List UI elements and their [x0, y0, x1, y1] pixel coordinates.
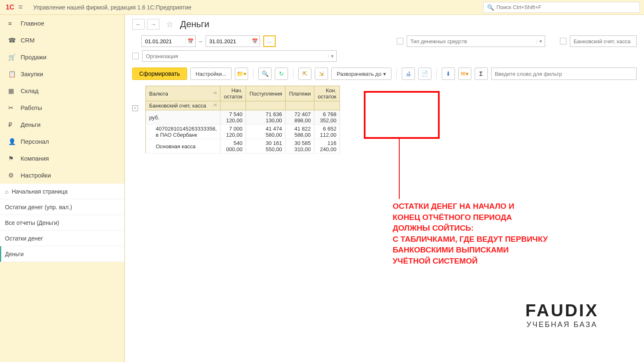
hamburger-icon[interactable]: ≡ [18, 3, 26, 12]
sort-icon: ↑≡ [212, 91, 217, 95]
watermark-brand: FAUDIX [525, 301, 599, 320]
sidebar-item-warehouse[interactable]: ▦Склад [0, 82, 124, 99]
sub-home[interactable]: ⌂Начальная страница [0, 184, 124, 199]
sub-money-balance-mgmt[interactable]: Остатки денег (упр. вал.) [0, 199, 124, 215]
expand-button[interactable]: ⇲ [315, 68, 328, 80]
personnel-icon: 👤 [8, 138, 21, 145]
type-dropdown[interactable]: ▼ [407, 35, 545, 47]
search-input[interactable] [496, 4, 636, 10]
company-icon: ⚑ [8, 155, 21, 162]
report-settings-button[interactable]: Настройки... [190, 68, 232, 80]
report-toolbar: Сформировать Настройки... 📁▾ 🔍 ↻ ⇱ ⇲ Раз… [125, 63, 644, 84]
global-search[interactable]: 🔍 [483, 2, 640, 13]
calendar-icon[interactable]: 📅 [185, 38, 195, 44]
sidebar-item-main[interactable]: ≡Главное [0, 15, 124, 32]
calendar-icon[interactable]: 📅 [250, 38, 260, 44]
filter-row-dates: 📅 – 📅 ... ▼ [125, 34, 644, 49]
date-to-input[interactable]: 📅 [206, 35, 260, 47]
sidebar-item-works[interactable]: ✂Работы [0, 99, 124, 116]
report-table: Валюта ↑≡ Нач. остаток Поступления Плате… [145, 86, 340, 154]
cell-end: 6 652 112,00 [314, 125, 340, 139]
account-dropdown[interactable] [570, 35, 637, 47]
cell-income: 71 636 130,00 [246, 110, 286, 125]
collapse-row-button[interactable]: − [132, 105, 138, 111]
sidebar-item-crm[interactable]: ☎CRM [0, 32, 124, 49]
col-end[interactable]: Кон. остаток [314, 86, 340, 101]
sidebar-item-sales[interactable]: 🛒Продажи [0, 49, 124, 65]
sales-icon: 🛒 [8, 54, 21, 61]
annotation-highlight-box [364, 91, 440, 139]
nav-back-button[interactable]: ← [132, 19, 145, 30]
chevron-down-icon[interactable]: ▼ [536, 39, 545, 44]
warehouse-icon: ▦ [8, 87, 21, 95]
app-title: Управление нашей фирмой, редакция 1.6 1С… [33, 4, 483, 11]
variant-button[interactable]: 📁▾ [235, 68, 248, 80]
settings-icon: ⚙ [8, 172, 21, 179]
preview-button[interactable]: 📄 [418, 68, 431, 80]
sub-money-balance[interactable]: Остатки денег [0, 231, 124, 246]
nav-forward-button[interactable]: → [147, 19, 159, 30]
type-field[interactable] [407, 36, 536, 47]
filter-row-org: ▼ [125, 49, 644, 63]
form-report-button[interactable]: Сформировать [132, 68, 187, 80]
table-row[interactable]: руб. 7 540 120,00 71 636 130,00 72 407 8… [146, 110, 340, 125]
money-icon: ₽ [8, 121, 21, 128]
cell-payments: 30 585 310,00 [286, 139, 314, 154]
org-field[interactable] [143, 51, 328, 61]
chevron-down-icon[interactable]: ▼ [328, 54, 336, 58]
sidebar-item-purchases[interactable]: 📋Закупки [0, 65, 124, 82]
account-checkbox[interactable] [560, 38, 567, 44]
sort-icon: ↓≡ [212, 103, 217, 107]
sidebar: ≡Главное ☎CRM 🛒Продажи 📋Закупки ▦Склад ✂… [0, 15, 125, 362]
annotation-line [399, 139, 400, 199]
org-dropdown[interactable]: ▼ [142, 50, 337, 62]
date-dash: – [199, 38, 202, 44]
crm-icon: ☎ [8, 37, 21, 44]
sum-button[interactable]: Σ [475, 68, 488, 80]
type-checkbox[interactable] [397, 38, 403, 44]
app-logo: 1C [0, 4, 18, 11]
account-field[interactable] [570, 36, 636, 47]
save-button[interactable]: ⬇ [442, 68, 455, 80]
col-account[interactable]: Банковский счет, касса ↓≡ [146, 101, 220, 110]
print-button[interactable]: 🖨 [402, 68, 415, 80]
table-filter-input[interactable] [491, 68, 637, 80]
search-icon: 🔍 [487, 4, 494, 11]
favorite-star-icon[interactable]: ☆ [166, 19, 173, 29]
annotation-text: ОСТАТКИ ДЕНЕГ НА НАЧАЛО И КОНЕЦ ОТЧЁТНОГ… [393, 201, 548, 267]
find-button[interactable]: 🔍 [258, 68, 272, 80]
date-from-input[interactable]: 📅 [141, 35, 196, 47]
sidebar-item-settings[interactable]: ⚙Настройки [0, 167, 124, 184]
org-checkbox[interactable] [132, 53, 139, 59]
cell-start: 7 540 120,00 [220, 110, 246, 125]
date-more-button[interactable]: ... [263, 35, 276, 47]
home-icon: ⌂ [5, 188, 8, 195]
cell-start: 540 000,00 [220, 139, 246, 154]
col-start[interactable]: Нач. остаток [220, 86, 246, 101]
email-button[interactable]: ✉▾ [458, 68, 471, 80]
sub-money[interactable]: Деньги [0, 246, 124, 262]
page-header: ← → ☆ Деньги [125, 15, 644, 34]
cell-income: 41 474 580,00 [246, 125, 286, 139]
separator [396, 69, 397, 79]
sidebar-item-personnel[interactable]: 👤Персонал [0, 133, 124, 150]
expand-to-button[interactable]: Разворачивать до ▾ [331, 68, 391, 80]
col-income[interactable]: Поступления [246, 86, 286, 101]
col-payments[interactable]: Платежи [286, 86, 314, 101]
table-row[interactable]: Основная касса 540 000,00 30 161 550,00 … [146, 139, 340, 154]
watermark: FAUDIX УЧЕБНАЯ БАЗА [525, 301, 599, 329]
collapse-button[interactable]: ⇱ [298, 68, 311, 80]
refresh-button[interactable]: ↻ [275, 68, 288, 80]
date-to-field[interactable] [206, 36, 250, 47]
table-row[interactable]: 40702810145263333358, в ПАО Сбербанк 7 0… [146, 125, 340, 139]
sidebar-item-money[interactable]: ₽Деньги [0, 116, 124, 133]
sidebar-item-company[interactable]: ⚑Компания [0, 150, 124, 167]
cell-income: 30 161 550,00 [246, 139, 286, 154]
date-from-field[interactable] [142, 36, 185, 47]
separator [253, 69, 253, 79]
separator [293, 69, 293, 79]
watermark-subtitle: УЧЕБНАЯ БАЗА [525, 320, 599, 329]
col-currency[interactable]: Валюта ↑≡ [146, 86, 220, 101]
sub-all-reports-money[interactable]: Все отчеты (Деньги) [0, 215, 124, 231]
cell-payments: 72 407 898,00 [286, 110, 314, 125]
